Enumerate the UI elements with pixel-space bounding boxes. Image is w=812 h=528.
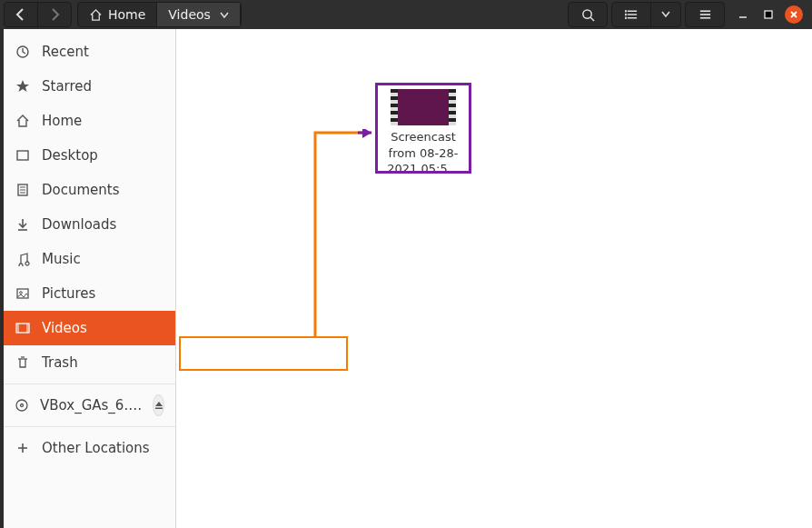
window-body: Recent Starred Home Desktop Documents Do… — [4, 29, 812, 528]
sidebar-item-label: Desktop — [42, 147, 98, 164]
star-icon — [15, 79, 31, 94]
sidebar-item-label: Trash — [42, 354, 78, 371]
close-icon — [788, 9, 799, 20]
window-close-button[interactable] — [785, 5, 803, 24]
video-thumbnail — [398, 89, 449, 125]
sidebar-item-label: Other Locations — [42, 440, 150, 456]
sidebar-item-label: Documents — [42, 182, 120, 198]
window-maximize-button[interactable] — [759, 5, 777, 24]
view-button-group — [611, 2, 681, 27]
recent-icon — [15, 45, 31, 59]
sidebar-item-home[interactable]: Home — [4, 104, 175, 138]
svg-point-30 — [16, 400, 27, 411]
annotation-arrow — [308, 129, 381, 356]
path-home-label: Home — [108, 7, 145, 22]
sidebar: Recent Starred Home Desktop Documents Do… — [4, 29, 176, 528]
view-list-button[interactable] — [612, 3, 651, 26]
sidebar-item-music[interactable]: Music — [4, 242, 175, 276]
sidebar-item-label: Music — [42, 251, 81, 267]
search-button-group — [568, 2, 608, 27]
pictures-icon — [15, 286, 31, 301]
sidebar-item-pictures[interactable]: Pictures — [4, 276, 175, 311]
sidebar-item-label: Recent — [42, 44, 89, 60]
sidebar-item-starred[interactable]: Starred — [4, 69, 175, 104]
content-pane[interactable]: Screencast from 08-28- 2021 05:5… — [176, 29, 812, 528]
videos-icon — [15, 321, 31, 335]
sidebar-item-documents[interactable]: Documents — [4, 173, 175, 207]
eject-button[interactable] — [153, 394, 164, 416]
forward-button[interactable] — [37, 3, 71, 26]
svg-marker-16 — [16, 80, 29, 92]
sidebar-item-desktop[interactable]: Desktop — [4, 138, 175, 173]
hamburger-menu-button[interactable] — [686, 3, 724, 26]
svg-point-6 — [625, 15, 626, 15]
maximize-icon — [763, 9, 774, 20]
path-current-label: Videos — [168, 7, 211, 22]
path-current[interactable]: Videos — [157, 3, 241, 26]
svg-line-1 — [590, 17, 594, 21]
eject-icon — [154, 401, 163, 410]
pathbar: Home Videos — [77, 2, 242, 27]
file-item[interactable]: Screencast from 08-28- 2021 05:5… — [373, 89, 473, 177]
documents-icon — [15, 183, 31, 197]
svg-point-25 — [20, 292, 23, 294]
annotation-videos-frame — [179, 336, 348, 371]
window-controls — [734, 0, 803, 29]
window-minimize-button[interactable] — [734, 5, 752, 24]
svg-point-0 — [582, 9, 590, 17]
view-options-button[interactable] — [651, 3, 680, 26]
sidebar-item-label: Pictures — [42, 285, 95, 302]
trash-icon — [15, 355, 31, 370]
svg-rect-17 — [17, 151, 28, 160]
sidebar-item-label: VBox_GAs_6.… — [40, 397, 142, 413]
back-button[interactable] — [5, 3, 37, 26]
disc-icon — [15, 398, 29, 413]
sidebar-separator — [4, 426, 175, 427]
svg-marker-36 — [362, 129, 371, 138]
sidebar-item-mount[interactable]: VBox_GAs_6.… — [4, 388, 175, 423]
svg-marker-32 — [155, 402, 163, 406]
sidebar-item-label: Home — [42, 113, 82, 129]
sidebar-item-label: Downloads — [42, 216, 116, 233]
path-home[interactable]: Home — [78, 3, 157, 26]
sidebar-item-trash[interactable]: Trash — [4, 345, 175, 380]
svg-point-7 — [625, 17, 626, 18]
titlebar: Home Videos — [0, 0, 812, 29]
list-icon — [625, 8, 639, 21]
menu-button-group — [685, 2, 725, 27]
svg-point-31 — [21, 404, 24, 407]
svg-rect-33 — [155, 408, 163, 410]
sidebar-item-videos[interactable]: Videos — [4, 311, 175, 345]
sidebar-item-label: Videos — [42, 320, 87, 336]
sidebar-separator — [4, 384, 175, 384]
sidebar-item-downloads[interactable]: Downloads — [4, 207, 175, 242]
chevron-down-icon — [661, 11, 670, 18]
search-icon — [581, 8, 595, 22]
hamburger-icon — [698, 8, 712, 21]
path-caret-icon — [220, 7, 229, 22]
svg-rect-12 — [765, 11, 772, 18]
svg-point-5 — [625, 11, 626, 12]
sidebar-item-recent[interactable]: Recent — [4, 35, 175, 69]
music-icon — [15, 252, 31, 266]
minimize-icon — [738, 9, 748, 20]
desktop-icon — [15, 148, 31, 163]
downloads-icon — [15, 217, 31, 232]
home-icon — [15, 114, 31, 128]
nav-button-group — [4, 2, 72, 27]
search-button[interactable] — [569, 3, 607, 26]
plus-icon — [15, 441, 31, 455]
file-name: Screencast from 08-28- 2021 05:5… — [373, 129, 473, 177]
sidebar-item-label: Starred — [42, 78, 92, 95]
sidebar-item-other-locations[interactable]: Other Locations — [4, 431, 175, 465]
